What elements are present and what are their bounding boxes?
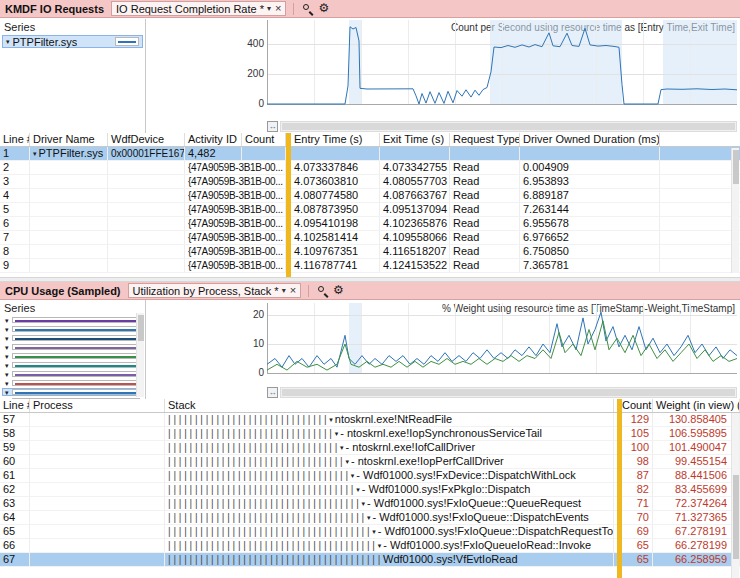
column-header[interactable]: Count▾ <box>619 399 653 412</box>
table-row[interactable]: 1▾PTPFilter.sys0x00001FFE167...4,482 <box>0 147 740 161</box>
table-row[interactable]: 62| | | | | | | | | | | | | | | | | | | … <box>0 483 740 497</box>
chevron-down-icon[interactable]: ▾ <box>5 362 9 369</box>
series-item[interactable]: ▾ <box>2 379 143 387</box>
chevron-down-icon[interactable]: ▾ <box>5 353 9 360</box>
expander-icon[interactable]: ▾ <box>329 416 333 423</box>
column-header[interactable]: Line # <box>0 133 30 146</box>
table-row[interactable]: 65| | | | | | | | | | | | | | | | | | | … <box>0 525 740 539</box>
zoom-icon[interactable] <box>316 284 329 297</box>
table-row[interactable]: 7{47A9059B-3B1B-00...4.1025814144.109558… <box>0 231 740 245</box>
table-row[interactable]: 5{47A9059B-3B1B-00...4.0878739504.095137… <box>0 203 740 217</box>
kmdf-gold-separator[interactable] <box>286 133 291 277</box>
series-item[interactable]: ▾ <box>2 352 143 360</box>
expander-icon[interactable]: ▾ <box>33 150 37 157</box>
cpu-series-vscroll-thumb[interactable] <box>138 315 144 341</box>
column-header[interactable]: Weight (in view) (... <box>653 399 740 412</box>
cell <box>30 483 165 496</box>
table-row[interactable]: 60| | | | | | | | | | | | | | | | | | | … <box>0 455 740 469</box>
column-header[interactable]: Exit Time (s) <box>380 133 450 146</box>
expander-icon[interactable]: ▾ <box>372 528 376 535</box>
kmdf-view-tab[interactable]: IO Request Completion Rate * ▾ × <box>111 1 286 16</box>
cpu-chart-hscroll-thumb[interactable] <box>282 389 735 396</box>
pane-splitter[interactable] <box>0 277 740 282</box>
expander-icon[interactable]: ▾ <box>340 444 344 451</box>
series-item[interactable]: ▾ <box>2 370 143 378</box>
chevron-down-icon[interactable]: ▾ <box>5 344 9 351</box>
cpu-weight-chart-plot[interactable] <box>267 303 737 381</box>
table-row[interactable]: 63| | | | | | | | | | | | | | | | | | | … <box>0 497 740 511</box>
close-icon[interactable]: × <box>275 3 281 14</box>
kmdf-table-vscroll-thumb[interactable] <box>733 150 739 184</box>
expander-icon[interactable]: ▾ <box>378 542 382 549</box>
chevron-down-icon[interactable]: ▾ <box>282 287 286 295</box>
chart-pan-icon[interactable]: ↔ <box>267 387 278 398</box>
table-row[interactable]: 61| | | | | | | | | | | | | | | | | | | … <box>0 469 740 483</box>
expander-icon[interactable]: ▾ <box>351 472 355 479</box>
chart-pan-icon[interactable]: ↔ <box>267 121 278 132</box>
io-chart-hscroll-thumb[interactable] <box>282 123 735 130</box>
chevron-down-icon[interactable]: ▾ <box>5 326 9 333</box>
cpu-weight-chart-area[interactable]: % Weight using resource time as [TimeSta… <box>146 300 740 386</box>
stack-tree-pipes: | | | | | | | | | | | | | | | | | | | | … <box>168 526 372 537</box>
cpu-table-vscrollbar[interactable] <box>731 413 739 578</box>
table-row[interactable]: 9{47A9059B-3B1B-00...4.1167877414.124153… <box>0 259 740 273</box>
cpu-pane-title: CPU Usage (Sampled) <box>5 285 121 297</box>
column-header[interactable]: Driver Owned Duration (ms) <box>520 133 660 146</box>
gear-icon[interactable]: ⚙ <box>333 284 344 297</box>
chevron-down-icon[interactable]: ▾ <box>6 38 10 45</box>
column-header[interactable]: Count <box>242 133 286 146</box>
series-item[interactable]: ▾ <box>2 334 143 342</box>
chevron-down-icon[interactable]: ▾ <box>5 380 9 387</box>
column-header[interactable]: Process <box>30 399 165 412</box>
expander-icon[interactable]: ▾ <box>362 500 366 507</box>
io-chart-hscrollbar[interactable] <box>280 121 737 132</box>
cell: {47A9059B-3B1B-00... <box>185 259 286 272</box>
table-row[interactable]: 57| | | | | | | | | | | | | | | | | | | … <box>0 413 740 427</box>
cpu-series-vscrollbar[interactable] <box>136 313 144 397</box>
table-row[interactable]: 3{47A9059B-3B1B-00...4.0736038104.080557… <box>0 175 740 189</box>
series-item[interactable]: ▾ <box>2 316 143 324</box>
cpu-gold-separator[interactable] <box>617 399 622 578</box>
cell: 4.080774580 <box>291 189 380 202</box>
table-row[interactable]: 4{47A9059B-3B1B-00...4.0807745804.087663… <box>0 189 740 203</box>
table-row[interactable]: 2{47A9059B-3B1B-00...4.0733378464.073342… <box>0 161 740 175</box>
chevron-down-icon[interactable]: ▾ <box>267 5 271 13</box>
io-rate-chart-area[interactable]: Count per Second using resource time as … <box>146 19 740 120</box>
table-row[interactable]: 8{47A9059B-3B1B-00...4.1097673514.116518… <box>0 245 740 259</box>
series-item[interactable]: ▾ <box>2 325 143 333</box>
series-item[interactable]: ▾PTPFilter.sys <box>2 35 143 48</box>
cpu-table-vscroll-thumb[interactable] <box>733 475 739 559</box>
chevron-down-icon[interactable]: ▾ <box>5 389 9 396</box>
table-row[interactable]: 67| | | | | | | | | | | | | | | | | | | … <box>0 553 740 567</box>
expander-icon[interactable]: ▾ <box>345 458 349 465</box>
series-item[interactable]: ▾ <box>2 343 143 351</box>
column-header[interactable]: WdfDevice <box>108 133 185 146</box>
chevron-down-icon[interactable]: ▾ <box>5 317 9 324</box>
close-icon[interactable]: × <box>290 285 296 296</box>
table-row[interactable]: 58| | | | | | | | | | | | | | | | | | | … <box>0 427 740 441</box>
zoom-icon[interactable] <box>301 2 314 15</box>
stack-tree-pipes: | | | | | | | | | | | | | | | | | | | | … <box>168 442 340 453</box>
io-rate-chart-plot[interactable] <box>267 20 737 106</box>
chevron-down-icon[interactable]: ▾ <box>5 371 9 378</box>
cpu-chart-hscrollbar[interactable] <box>280 387 737 398</box>
table-row[interactable]: 64| | | | | | | | | | | | | | | | | | | … <box>0 511 740 525</box>
table-row[interactable]: 59| | | | | | | | | | | | | | | | | | | … <box>0 441 740 455</box>
expander-icon[interactable]: ▾ <box>367 514 371 521</box>
series-item[interactable]: ▾ <box>2 361 143 369</box>
column-header[interactable]: Activity ID <box>185 133 242 146</box>
column-header[interactable]: Driver Name <box>30 133 108 146</box>
kmdf-table-vscrollbar[interactable] <box>731 148 739 273</box>
table-row[interactable]: 66| | | | | | | | | | | | | | | | | | | … <box>0 539 740 553</box>
series-item[interactable]: ▾ <box>2 388 143 396</box>
column-header[interactable]: Entry Time (s) <box>291 133 380 146</box>
chevron-down-icon[interactable]: ▾ <box>5 335 9 342</box>
cpu-view-tab[interactable]: Utilization by Process, Stack * ▾ × <box>128 283 302 298</box>
column-header[interactable]: Request Type <box>450 133 520 146</box>
column-header[interactable]: Line # <box>0 399 30 412</box>
column-header[interactable]: Stack <box>165 399 614 412</box>
expander-icon[interactable]: ▾ <box>335 430 339 437</box>
expander-icon[interactable]: ▾ <box>356 486 360 493</box>
gear-icon[interactable]: ⚙ <box>318 2 329 15</box>
table-row[interactable]: 6{47A9059B-3B1B-00...4.0954101984.102365… <box>0 217 740 231</box>
